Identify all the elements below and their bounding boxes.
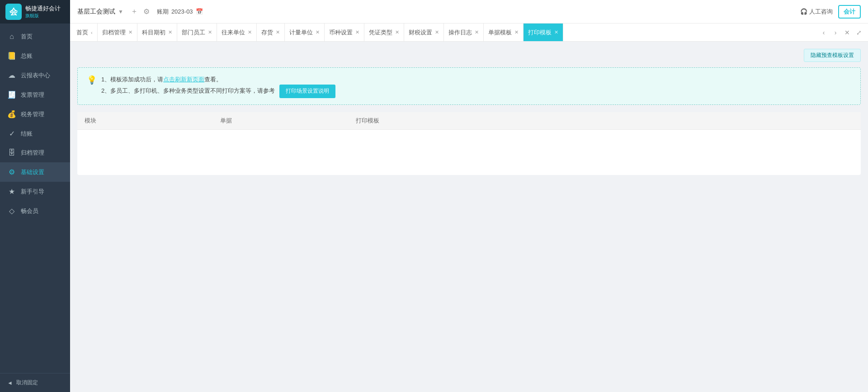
tab-inventory[interactable]: 存货✕ xyxy=(257,24,285,42)
tab-subject-init[interactable]: 科目期初✕ xyxy=(137,24,177,42)
print-template-table: 模块 单据 打印模板 xyxy=(77,112,861,175)
col-module-header: 模块 xyxy=(77,112,213,129)
hide-preview-button[interactable]: 隐藏预查模板设置 xyxy=(804,49,861,62)
add-icon[interactable]: ＋ xyxy=(131,7,138,16)
tab-close-icon[interactable]: ✕ xyxy=(355,30,359,35)
tab-close-icon[interactable]: ✕ xyxy=(395,30,399,35)
tab-op-log[interactable]: 操作日志✕ xyxy=(444,24,484,42)
tab-close-icon[interactable]: ✕ xyxy=(514,30,519,35)
tax-icon: 💰 xyxy=(7,110,16,118)
tab-label: 科目期初 xyxy=(142,28,165,37)
period-label: 账期 xyxy=(157,8,169,16)
tab-close-icon[interactable]: ✕ xyxy=(128,30,132,35)
info-line2: 2、多员工、多打印机、多种业务类型设置不同打印方案等，请参考 打印场景设置说明 xyxy=(101,85,335,98)
tab-close-icon[interactable]: ✕ xyxy=(435,30,439,35)
sidebar-item-ledger[interactable]: 📒总账 xyxy=(0,46,70,66)
tab-home[interactable]: 首页‹ xyxy=(72,24,98,42)
tab-label: 计量单位 xyxy=(289,28,313,37)
tab-label: 财税设置 xyxy=(409,28,432,37)
tab-label: 归档管理 xyxy=(102,28,126,37)
sidebar-item-label: 归档管理 xyxy=(21,149,44,157)
sidebar-item-checkout[interactable]: ✓结账 xyxy=(0,124,70,143)
calendar-icon: 📅 xyxy=(196,8,203,15)
period-selector[interactable]: 账期 2023-03 📅 xyxy=(157,8,203,16)
tab-scroll-left[interactable]: ‹ xyxy=(818,27,829,38)
tab-unit[interactable]: 计量单位✕ xyxy=(285,24,325,42)
tab-close-icon[interactable]: ✕ xyxy=(276,30,280,35)
table-body xyxy=(77,130,861,175)
col-template-header: 打印模板 xyxy=(349,112,861,129)
sidebar-unpin-btn[interactable]: ◄ 取消固定 xyxy=(0,373,70,392)
tab-label: 打印模板 xyxy=(528,28,552,37)
tab-tax-settings[interactable]: 财税设置✕ xyxy=(404,24,444,42)
headset-icon: 🎧 xyxy=(800,8,807,15)
tab-voucher-type[interactable]: 凭证类型✕ xyxy=(364,24,404,42)
tab-dept-staff[interactable]: 部门员工✕ xyxy=(177,24,217,42)
tab-close-icon[interactable]: ✕ xyxy=(316,30,320,35)
sidebar: 会 畅捷通好会计 旗舰版 ⌂首页📒总账☁云报表中心🧾发票管理💰税务管理✓结账🗄归… xyxy=(0,0,70,392)
tab-supplier[interactable]: 往来单位✕ xyxy=(217,24,257,42)
sidebar-item-member[interactable]: ◇畅会员 xyxy=(0,201,70,221)
topbar: 基层工会测试 ▼ ＋ ⚙ 账期 2023-03 📅 🎧 人工咨询 会计 xyxy=(70,0,868,24)
info-box: 💡 1、模板添加成功后，请点击刷新新页面查看。 2、多员工、多打印机、多种业务类… xyxy=(77,67,861,105)
refresh-link[interactable]: 点击刷新新页面 xyxy=(163,76,204,83)
archive-icon: 🗄 xyxy=(7,149,16,157)
tab-currency[interactable]: 币种设置✕ xyxy=(325,24,364,42)
tab-label: 操作日志 xyxy=(448,28,472,37)
sidebar-item-label: 结账 xyxy=(21,130,33,138)
sidebar-item-reports[interactable]: ☁云报表中心 xyxy=(0,66,70,85)
topbar-actions: ＋ ⚙ xyxy=(131,7,150,16)
bulb-icon: 💡 xyxy=(87,75,97,85)
sidebar-item-archive[interactable]: 🗄归档管理 xyxy=(0,143,70,162)
sidebar-item-label: 云报表中心 xyxy=(21,71,50,80)
ledger-icon: 📒 xyxy=(7,52,16,60)
logo-text: 畅捷通好会计 旗舰版 xyxy=(25,5,61,19)
sidebar-item-settings[interactable]: ⚙基础设置 xyxy=(0,162,70,182)
tab-close-icon[interactable]: ✕ xyxy=(208,30,212,35)
tab-scroll-right[interactable]: › xyxy=(830,27,841,38)
sidebar-item-label: 首页 xyxy=(21,33,33,41)
service-button[interactable]: 🎧 人工咨询 xyxy=(800,8,833,16)
main-area: 基层工会测试 ▼ ＋ ⚙ 账期 2023-03 📅 🎧 人工咨询 会计 首页‹归… xyxy=(70,0,868,392)
tab-close-icon[interactable]: ✕ xyxy=(475,30,479,35)
tab-close-icon[interactable]: ✕ xyxy=(554,30,558,35)
tab-close-icon[interactable]: ✕ xyxy=(248,30,252,35)
reports-icon: ☁ xyxy=(7,71,16,80)
settings-icon: ⚙ xyxy=(7,168,16,176)
guide-icon: ★ xyxy=(7,187,16,196)
company-selector[interactable]: 基层工会测试 ▼ xyxy=(77,8,123,16)
pin-icon: ◄ xyxy=(7,380,13,386)
sidebar-item-tax[interactable]: 💰税务管理 xyxy=(0,104,70,124)
sidebar-item-label: 发票管理 xyxy=(21,91,44,99)
settings-icon[interactable]: ⚙ xyxy=(143,7,150,16)
tab-print-template[interactable]: 打印模板✕ xyxy=(524,24,563,42)
tab-close-icon[interactable]: ✕ xyxy=(168,30,172,35)
info-content: 1、模板添加成功后，请点击刷新新页面查看。 2、多员工、多打印机、多种业务类型设… xyxy=(101,74,335,98)
sidebar-item-home[interactable]: ⌂首页 xyxy=(0,27,70,46)
table-header: 模块 单据 打印模板 xyxy=(77,112,861,130)
tab-archive-mgmt[interactable]: 归档管理✕ xyxy=(98,24,137,42)
sidebar-item-label: 畅会员 xyxy=(21,207,38,215)
logo-icon: 会 xyxy=(5,4,22,20)
member-icon: ◇ xyxy=(7,207,16,215)
sidebar-item-guide[interactable]: ★新手引导 xyxy=(0,182,70,201)
tab-label: 单据模板 xyxy=(488,28,512,37)
tab-single-template[interactable]: 单据模板✕ xyxy=(484,24,524,42)
company-dropdown-arrow: ▼ xyxy=(118,9,123,15)
home-tab-label: 首页 xyxy=(76,28,88,37)
info-line1: 1、模板添加成功后，请点击刷新新页面查看。 xyxy=(101,74,335,85)
tab-label: 往来单位 xyxy=(222,28,245,37)
period-value: 2023-03 xyxy=(171,8,193,15)
tab-close-all[interactable]: ✕ xyxy=(842,27,853,38)
kuaiji-button[interactable]: 会计 xyxy=(838,5,861,19)
sidebar-item-invoice[interactable]: 🧾发票管理 xyxy=(0,85,70,104)
sidebar-item-label: 基础设置 xyxy=(21,168,44,176)
tab-nav-arrows: ‹ › ✕ ⤢ xyxy=(818,27,866,38)
sidebar-item-label: 税务管理 xyxy=(21,110,44,118)
app-logo: 会 畅捷通好会计 旗舰版 xyxy=(0,0,70,24)
checkout-icon: ✓ xyxy=(7,129,16,138)
content-area: 隐藏预查模板设置 💡 1、模板添加成功后，请点击刷新新页面查看。 2、多员工、多… xyxy=(70,42,868,392)
company-name: 基层工会测试 xyxy=(77,8,115,16)
print-scene-button[interactable]: 打印场景设置说明 xyxy=(279,85,335,98)
tab-expand[interactable]: ⤢ xyxy=(854,27,864,38)
